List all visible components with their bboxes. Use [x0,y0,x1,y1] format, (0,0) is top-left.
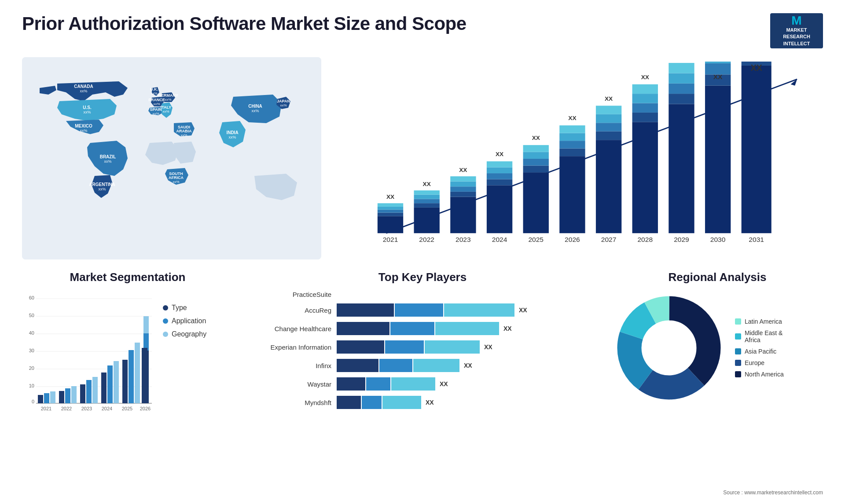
svg-rect-18 [450,182,476,187]
southafrica-label2: AFRICA [169,175,184,180]
saudi-value: xx% [180,133,187,137]
player-row-infinx: Infinx XX [255,359,590,372]
svg-rect-29 [523,159,549,166]
key-players-section: Top Key Players PracticeSuite AccuReg XX [246,270,599,504]
player-name: Infinx [255,362,337,369]
bar-segment-2 [395,303,443,317]
brazil-value: xx% [104,159,111,164]
china-label: CHINA [248,104,262,109]
uk-value: xx% [151,91,157,95]
india-value: xx% [228,135,236,139]
southafrica-value: xx% [173,180,179,184]
svg-text:2022: 2022 [419,236,434,243]
legend-type-label: Type [172,304,187,312]
svg-text:2029: 2029 [674,236,689,243]
svg-text:10: 10 [29,383,34,388]
svg-rect-101 [86,380,92,403]
legend-asia: Asia Pacific [735,348,784,355]
svg-rect-98 [65,388,70,403]
legend-mea: Middle East &Africa [735,329,784,343]
svg-rect-103 [101,373,107,403]
player-row-myndshft: Myndshft XX [255,396,590,409]
svg-text:20: 20 [29,365,34,371]
svg-rect-15 [450,197,476,234]
logo-text: MARKETRESEARCHINTELLECT [783,27,810,47]
us-label: U.S. [83,105,92,110]
japan-value: xx% [280,103,287,107]
svg-rect-107 [129,350,134,403]
player-name: Experian Information [255,343,337,351]
player-name: Change Healthcare [255,325,337,332]
svg-text:0: 0 [32,399,34,404]
legend-geography-label: Geography [172,330,206,338]
svg-rect-33 [559,156,585,233]
player-value: XX [519,307,527,314]
svg-text:XX: XX [496,151,503,157]
player-name: Myndshft [255,399,337,406]
mexico-value: xx% [80,128,87,133]
bar-segment-2 [362,396,382,409]
spain-value: xx% [152,112,159,116]
svg-rect-16 [450,192,476,197]
svg-text:XX: XX [713,73,723,80]
player-bar-container: XX [337,340,492,354]
segmentation-legend: Type Application Geography [163,304,206,338]
svg-rect-10 [414,203,440,208]
svg-rect-52 [669,94,694,104]
svg-rect-108 [135,343,140,403]
canada-value: xx% [80,89,87,93]
svg-text:50: 50 [29,313,34,318]
svg-rect-22 [487,179,512,186]
svg-rect-112 [142,348,147,403]
svg-rect-97 [59,391,64,403]
svg-rect-3 [378,216,403,233]
svg-rect-45 [632,122,658,233]
svg-text:2025: 2025 [528,236,544,243]
player-row-waystar: Waystar XX [255,377,590,391]
legend-latin-dot [735,318,741,325]
svg-rect-94 [38,395,43,403]
bar-segment-2 [379,359,412,372]
argentina-label: ARGENTINA [89,182,115,187]
player-row-practicesuite: PracticeSuite [255,291,590,298]
svg-rect-42 [596,114,621,123]
svg-rect-19 [450,176,476,182]
india-label: INDIA [226,130,238,135]
germany-label: GERMANY [158,93,178,98]
svg-rect-11 [414,199,440,203]
source-footer: Source : www.marketresearchintellect.com [723,488,823,496]
legend-na-label: North America [745,371,784,378]
logo-container: M MARKETRESEARCHINTELLECT [770,13,823,48]
regional-section: Regional Analysis [612,270,823,504]
bar-segment-3 [444,303,514,317]
svg-rect-95 [44,393,49,403]
donut-center [642,321,696,375]
svg-rect-31 [523,145,549,152]
bar-segment-1 [337,396,361,409]
legend-northamerica: North America [735,371,784,378]
italy-label: ITALY [161,105,172,110]
player-row-accureg: AccuReg XX [255,303,590,317]
svg-text:2031: 2031 [749,236,764,243]
svg-text:2030: 2030 [710,236,726,243]
logo-letter: M [791,15,801,27]
bar-segment-3 [382,396,421,409]
bar-segment-3 [391,377,435,391]
logo-box: M MARKETRESEARCHINTELLECT [770,13,823,48]
bar-segment-1 [337,322,389,335]
legend-type-dot [163,305,168,310]
bar-chart-svg: XX XX XX XX [343,62,814,255]
bar-chart-section: XX XX XX XX [334,57,823,259]
segmentation-chart: 60 50 40 30 20 10 0 [22,291,154,414]
svg-text:2027: 2027 [601,236,617,243]
bar-segment-2 [385,340,424,354]
svg-rect-6 [378,207,403,210]
svg-rect-41 [596,123,621,131]
svg-rect-96 [50,391,55,403]
player-name: PracticeSuite [255,291,337,298]
china-value: xx% [251,109,259,113]
svg-rect-105 [114,361,119,403]
segmentation-title: Market Segmentation [22,270,233,284]
svg-rect-102 [92,377,98,403]
svg-text:XX: XX [568,115,576,121]
